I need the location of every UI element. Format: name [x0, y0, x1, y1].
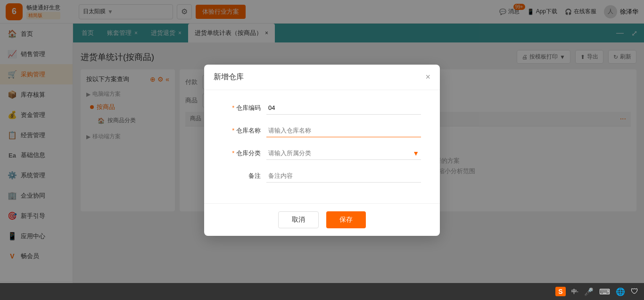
name-input[interactable]	[266, 124, 421, 137]
translate-icon[interactable]: 🌐	[616, 287, 625, 296]
modal-overlay[interactable]: 新增仓库 × 仓库编码 仓库名称 仓库分类 ▼	[0, 0, 644, 300]
category-label: 仓库分类	[223, 149, 261, 158]
mic-icon[interactable]: 🎤	[584, 287, 594, 296]
security-icon[interactable]: 🛡	[631, 287, 638, 296]
modal-close-button[interactable]: ×	[425, 72, 430, 82]
modal-body: 仓库编码 仓库名称 仓库分类 ▼ 备注	[204, 90, 440, 203]
category-select-wrap: ▼	[266, 147, 421, 160]
modal-title: 新增仓库	[214, 72, 244, 82]
form-row-category: 仓库分类 ▼	[223, 147, 421, 160]
save-button[interactable]: 保存	[326, 211, 366, 228]
modal-footer: 取消 保存	[204, 203, 440, 236]
form-row-code: 仓库编码	[223, 101, 421, 115]
code-input[interactable]	[266, 101, 421, 115]
cancel-button[interactable]: 取消	[278, 211, 319, 228]
s-logo: S	[555, 287, 565, 296]
form-row-remark: 备注	[223, 169, 421, 183]
form-row-name: 仓库名称	[223, 124, 421, 137]
modal-add-warehouse: 新增仓库 × 仓库编码 仓库名称 仓库分类 ▼	[204, 65, 440, 236]
code-label: 仓库编码	[223, 104, 261, 112]
remark-input[interactable]	[266, 169, 421, 183]
lang-text: 中·	[571, 288, 578, 296]
modal-header: 新增仓库 ×	[204, 65, 440, 90]
name-label: 仓库名称	[223, 126, 261, 135]
bottom-bar: S 中· 🎤 ⌨ 🌐 🛡	[0, 283, 644, 300]
remark-label: 备注	[223, 172, 261, 180]
category-select[interactable]	[266, 147, 421, 160]
keyboard-icon[interactable]: ⌨	[599, 287, 610, 296]
